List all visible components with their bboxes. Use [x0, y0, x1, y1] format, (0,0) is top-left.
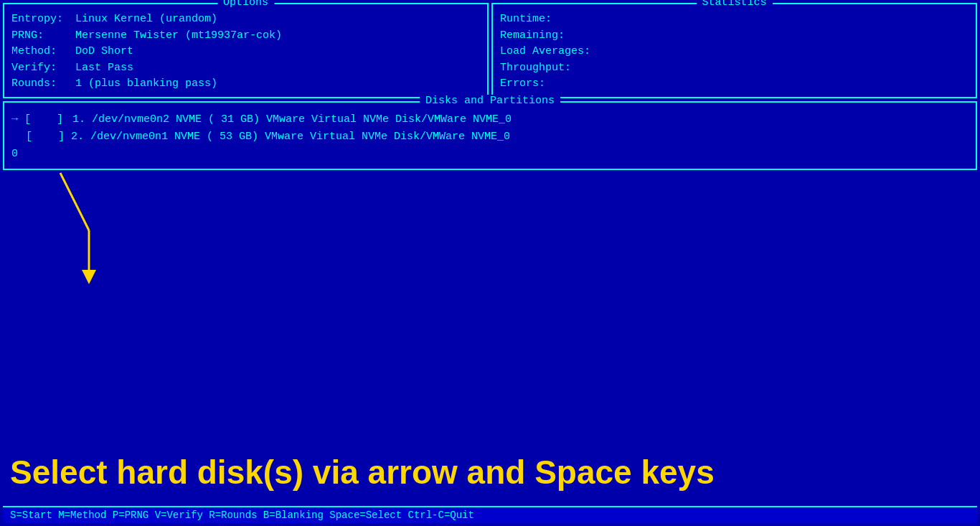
options-value-entropy: Linux Kernel (urandom)	[75, 13, 217, 25]
stats-label-errors: Errors:	[500, 78, 545, 90]
disk-entry-2-cont: 0	[11, 146, 969, 163]
options-panel: Options Entropy: Linux Kernel (urandom) …	[3, 3, 489, 98]
statistics-content: Runtime: Remaining: Load Averages: Throu…	[500, 11, 969, 93]
options-label-method: Method:	[11, 44, 69, 60]
options-value-verify: Last Pass	[75, 62, 133, 74]
stats-label-remaining: Remaining:	[500, 29, 565, 42]
top-panels: Options Entropy: Linux Kernel (urandom) …	[3, 3, 977, 98]
options-label-entropy: Entropy:	[11, 11, 69, 28]
options-title: Options	[217, 0, 274, 9]
options-value-rounds: 1 (plus blanking pass)	[75, 78, 217, 90]
stats-label-load: Load Averages:	[500, 45, 590, 57]
options-row-entropy: Entropy: Linux Kernel (urandom)	[11, 11, 480, 28]
disks-panel: Disks and Partitions → [ ] 1. /dev/nvme0…	[3, 101, 977, 170]
instruction-text: Select hard disk(s) via arrow and Space …	[10, 453, 715, 492]
stats-row-errors: Errors:	[500, 76, 969, 93]
options-label-rounds: Rounds:	[11, 76, 69, 93]
instruction-area: Select hard disk(s) via arrow and Space …	[3, 173, 977, 507]
options-row-verify: Verify: Last Pass	[11, 60, 480, 77]
stats-label-throughput: Throughput:	[500, 62, 571, 74]
options-row-rounds: Rounds: 1 (plus blanking pass)	[11, 76, 480, 93]
main-container: Options Entropy: Linux Kernel (urandom) …	[0, 0, 980, 526]
disk-entry-1[interactable]: → [ ] 1. /dev/nvme0n2 NVME ( 31 GB) VMwa…	[11, 111, 969, 128]
disk-1-details: 1. /dev/nvme0n2 NVME ( 31 GB) VMware Vir…	[66, 111, 512, 128]
stats-row-throughput: Throughput:	[500, 60, 969, 77]
stats-row-runtime: Runtime:	[500, 11, 969, 28]
disk-entry-2[interactable]: [ ] 2. /dev/nvme0n1 NVME ( 53 GB) VMware…	[11, 128, 969, 146]
disk-2-bracket: [ ]	[26, 128, 65, 146]
arrow-annotation	[46, 173, 132, 288]
stats-row-load: Load Averages:	[500, 44, 969, 60]
statistics-title: Statistics	[696, 0, 772, 9]
svg-line-0	[60, 173, 89, 230]
svg-marker-2	[82, 270, 96, 284]
options-content: Entropy: Linux Kernel (urandom) PRNG: Me…	[11, 11, 480, 93]
disk-2-cont-text: 0	[11, 146, 18, 163]
disk-arrow-1: → [ ]	[11, 111, 63, 128]
disks-title: Disks and Partitions	[420, 95, 560, 107]
stats-label-runtime: Runtime:	[500, 13, 552, 25]
statistics-panel: Statistics Runtime: Remaining: Load Aver…	[491, 3, 977, 98]
status-bar: S=Start M=Method P=PRNG V=Verify R=Round…	[3, 506, 977, 523]
stats-row-remaining: Remaining:	[500, 28, 969, 44]
disk-2-details: 2. /dev/nvme0n1 NVME ( 53 GB) VMware Vir…	[65, 128, 510, 146]
options-label-verify: Verify:	[11, 60, 69, 77]
options-value-prng: Mersenne Twister (mt19937ar-cok)	[75, 29, 282, 42]
options-row-prng: PRNG: Mersenne Twister (mt19937ar-cok)	[11, 28, 480, 44]
disks-content: → [ ] 1. /dev/nvme0n2 NVME ( 31 GB) VMwa…	[11, 111, 969, 163]
options-row-method: Method: DoD Short	[11, 44, 480, 60]
options-label-prng: PRNG:	[11, 28, 69, 44]
options-value-method: DoD Short	[75, 45, 133, 57]
